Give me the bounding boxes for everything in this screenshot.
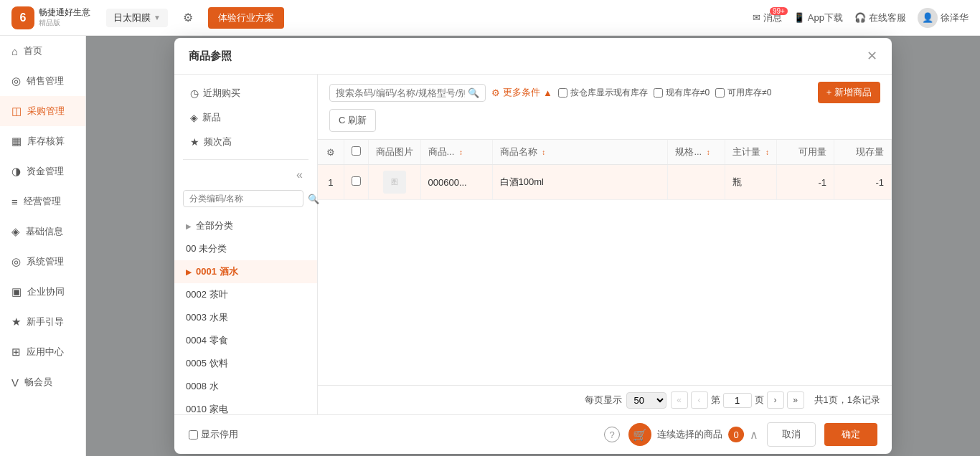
category-0003[interactable]: 0003 水果 xyxy=(174,306,317,329)
purchase-icon: ◫ xyxy=(11,105,22,118)
content-area: 商品参照 ✕ ◷ 近期购买 ◈ 新 xyxy=(86,36,980,456)
tab-frequent[interactable]: ★ 频次高 xyxy=(183,130,308,153)
category-0005[interactable]: 0005 饮料 xyxy=(174,352,317,375)
per-page-select[interactable]: 20 50 100 xyxy=(626,392,666,409)
row-name: 白酒100ml xyxy=(492,165,668,200)
col-header-code[interactable]: 商品... ↕ xyxy=(420,140,492,165)
online-service-label: 在线客服 xyxy=(869,11,906,24)
page-input[interactable] xyxy=(723,393,752,408)
category-0002[interactable]: 0002 茶叶 xyxy=(174,283,317,306)
category-0010[interactable]: 0010 家电 xyxy=(174,398,317,414)
tab-new[interactable]: ◈ 新品 xyxy=(183,106,308,129)
show-disabled-label[interactable]: 显示停用 xyxy=(189,428,238,441)
modal-close-button[interactable]: ✕ xyxy=(867,48,877,64)
col-header-spec[interactable]: 规格... ↕ xyxy=(668,140,725,165)
check-stock-ne0-text: 现有库存≠0 xyxy=(666,87,710,99)
col-header-img: 商品图片 xyxy=(368,140,420,165)
user-nav-item[interactable]: 👤 徐泽华 xyxy=(918,8,969,28)
cart-icon[interactable]: 🛒 xyxy=(628,423,651,446)
store-name: 日太阳膜 xyxy=(113,11,151,24)
sidebar-item-system[interactable]: ◎ 系统管理 xyxy=(0,247,85,277)
add-product-button[interactable]: + 新增商品 xyxy=(818,82,880,103)
table-row[interactable]: 1 图 000600... 白酒100ml 瓶 xyxy=(318,165,892,200)
modal-overlay: 商品参照 ✕ ◷ 近期购买 ◈ 新 xyxy=(86,36,980,456)
sidebar-item-basic[interactable]: ◈ 基础信息 xyxy=(0,217,85,247)
last-page-button[interactable]: » xyxy=(787,391,804,409)
trial-button[interactable]: 体验行业方案 xyxy=(208,7,284,29)
product-search-icon[interactable]: 🔍 xyxy=(468,87,479,98)
col-header-avail: 可用量 xyxy=(777,140,834,165)
sidebar-item-business[interactable]: ≡ 经营管理 xyxy=(0,186,85,217)
help-button[interactable]: ? xyxy=(604,427,620,442)
category-0008[interactable]: 0008 水 xyxy=(174,375,317,398)
col-unit-label: 主计量 xyxy=(732,146,760,157)
row-spec xyxy=(668,165,725,200)
confirm-button[interactable]: 确定 xyxy=(824,423,877,446)
member-icon: V xyxy=(11,376,19,389)
sidebar-item-finance[interactable]: ◑ 资金管理 xyxy=(0,156,85,186)
category-label: 全部分类 xyxy=(196,219,233,232)
category-0001[interactable]: ▶ 0001 酒水 xyxy=(174,260,317,283)
cart-count: 0 xyxy=(728,427,744,442)
prev-page-button[interactable]: ‹ xyxy=(691,391,708,409)
check-warehouse-label[interactable]: 按仓库显示现有库存 xyxy=(558,87,648,99)
check-warehouse-input[interactable] xyxy=(558,88,567,98)
product-image: 图 xyxy=(383,171,406,194)
nav-right: ✉ 消息 99 📱 App下载 🎧 在线客服 👤 徐泽华 xyxy=(753,8,969,28)
cart-label: 连续选择的商品 xyxy=(657,428,722,441)
sidebar-item-member[interactable]: V 畅会员 xyxy=(0,367,85,397)
online-service-nav-item[interactable]: 🎧 在线客服 xyxy=(854,11,906,24)
inventory-icon: ▦ xyxy=(11,135,22,148)
sidebar-item-label: 畅会员 xyxy=(24,376,52,389)
first-page-button[interactable]: « xyxy=(671,391,688,409)
filter-label: 更多条件 xyxy=(503,86,540,99)
row-checkbox[interactable] xyxy=(352,176,361,186)
store-selector[interactable]: 日太阳膜 ▼ xyxy=(106,9,168,27)
check-avail-ne0-label[interactable]: 可用库存≠0 xyxy=(715,87,771,99)
sidebar-item-purchase[interactable]: ◫ 采购管理 xyxy=(0,96,85,126)
app-download-nav-item[interactable]: 📱 App下载 xyxy=(793,11,843,24)
filter-button[interactable]: ⚙ 更多条件 ▲ xyxy=(491,86,552,99)
col-header-check[interactable] xyxy=(344,140,368,165)
category-0004[interactable]: 0004 零食 xyxy=(174,329,317,352)
sidebar-item-home[interactable]: ⌂ 首页 xyxy=(0,36,85,66)
row-avail: -1 xyxy=(777,165,834,200)
business-icon: ≡ xyxy=(11,196,18,208)
col-header-name[interactable]: 商品名称 ↕ xyxy=(492,140,668,165)
product-search-input[interactable] xyxy=(336,87,465,98)
sidebar-item-sales[interactable]: ◎ 销售管理 xyxy=(0,66,85,96)
collapse-left-panel-button[interactable]: « xyxy=(288,166,311,184)
category-search-input[interactable] xyxy=(183,190,303,207)
logo-text: 畅捷通好生意 xyxy=(39,7,90,19)
category-00[interactable]: 00 未分类 xyxy=(174,237,317,260)
sidebar-item-enterprise[interactable]: ▣ 企业协同 xyxy=(0,277,85,307)
column-settings-icon[interactable]: ⚙ xyxy=(326,147,335,158)
col-header-settings[interactable]: ⚙ xyxy=(318,140,344,165)
check-stock-ne0-input[interactable] xyxy=(654,88,663,98)
logo-badge: 精品版 xyxy=(39,18,90,28)
select-all-checkbox[interactable] xyxy=(352,146,361,156)
settings-button[interactable]: ⚙ xyxy=(176,6,199,29)
tab-new-label: 新品 xyxy=(202,111,221,124)
sidebar-item-guide[interactable]: ★ 新手引导 xyxy=(0,307,85,337)
check-avail-ne0-input[interactable] xyxy=(715,88,725,98)
messages-nav-item[interactable]: ✉ 消息 99 xyxy=(753,11,782,24)
sidebar-item-inventory[interactable]: ▦ 库存核算 xyxy=(0,126,85,156)
tab-frequent-label: 频次高 xyxy=(204,136,232,148)
row-check[interactable] xyxy=(344,165,368,200)
show-disabled-text: 显示停用 xyxy=(201,428,238,441)
category-all[interactable]: ▶ 全部分类 xyxy=(174,214,317,237)
category-label: 0008 水 xyxy=(186,380,219,393)
gear-icon: ⚙ xyxy=(183,11,193,24)
refresh-button[interactable]: C 刷新 xyxy=(329,109,376,132)
sidebar-item-appcenter[interactable]: ⊞ 应用中心 xyxy=(0,337,85,367)
cancel-button[interactable]: 取消 xyxy=(767,422,816,447)
row-num: 1 xyxy=(318,165,344,200)
check-stock-ne0-label[interactable]: 现有库存≠0 xyxy=(654,87,710,99)
col-header-unit[interactable]: 主计量 ↕ xyxy=(725,140,777,165)
new-icon: ◈ xyxy=(190,112,198,123)
show-disabled-checkbox[interactable] xyxy=(189,430,198,440)
next-page-button[interactable]: › xyxy=(767,391,784,409)
cart-collapse-button[interactable]: ∧ xyxy=(750,428,758,442)
tab-recent[interactable]: ◷ 近期购买 xyxy=(183,82,308,105)
